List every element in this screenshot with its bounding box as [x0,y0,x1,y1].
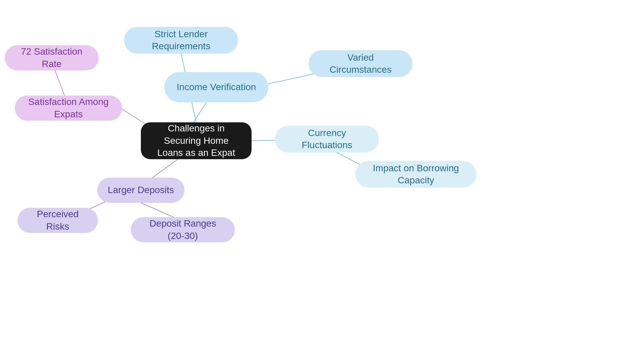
impact-borrowing-node: Impact on Borrowing Capacity [356,161,476,188]
satisfaction-rate-node: 72 Satisfaction Rate [5,45,99,70]
larger-deposits-node: Larger Deposits [97,178,184,203]
perceived-risks-node: Perceived Risks [17,208,98,233]
center-node: Challenges in Securing Home Loans as an … [141,122,252,159]
varied-circumstances-node: Varied Circumstances [309,50,413,77]
currency-fluctuations-node: Currency Fluctuations [275,126,379,153]
strict-lender-node: Strict Lender Requirements [124,27,238,54]
income-verification-node: Income Verification [164,72,268,102]
satisfaction-expats-node: Satisfaction Among Expats [15,96,122,121]
deposit-ranges-node: Deposit Ranges (20-30) [131,217,235,242]
